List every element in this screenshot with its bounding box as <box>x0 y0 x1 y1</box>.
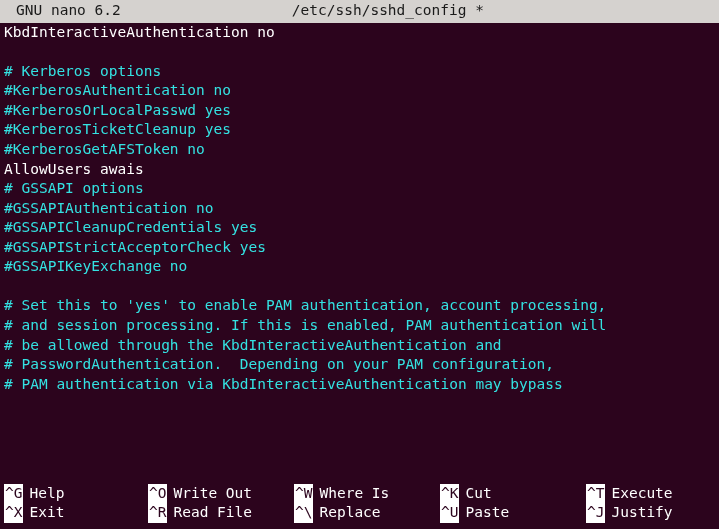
title-bar: GNU nano 6.2 /etc/ssh/sshd_config * <box>0 0 719 23</box>
shortcut-label: Write Out <box>167 484 252 504</box>
editor-line[interactable]: #GSSAPIKeyExchange no <box>4 257 715 277</box>
editor-line[interactable]: #KerberosOrLocalPasswd yes <box>4 101 715 121</box>
shortcut-label: Paste <box>459 503 509 523</box>
editor-line[interactable]: KbdInteractiveAuthentication no <box>4 23 715 43</box>
shortcut-read-file[interactable]: ^RRead File <box>148 503 294 523</box>
shortcut-key: ^W <box>294 484 313 504</box>
shortcut-label: Where Is <box>313 484 389 504</box>
editor-line[interactable]: # PasswordAuthentication. Depending on y… <box>4 355 715 375</box>
editor-area[interactable]: KbdInteractiveAuthentication no # Kerber… <box>0 23 719 395</box>
shortcut-label: Read File <box>167 503 252 523</box>
editor-line[interactable]: # Set this to 'yes' to enable PAM authen… <box>4 296 715 316</box>
shortcut-execute[interactable]: ^TExecute <box>586 484 716 504</box>
shortcut-key: ^U <box>440 503 459 523</box>
shortcut-key: ^\ <box>294 503 313 523</box>
editor-line[interactable]: #GSSAPIAuthentication no <box>4 199 715 219</box>
shortcut-key: ^X <box>4 503 23 523</box>
file-path: /etc/ssh/sshd_config * <box>61 1 715 21</box>
shortcut-justify[interactable]: ^JJustify <box>586 503 716 523</box>
shortcut-write-out[interactable]: ^OWrite Out <box>148 484 294 504</box>
shortcut-key: ^J <box>586 503 605 523</box>
editor-line[interactable]: # Kerberos options <box>4 62 715 82</box>
shortcut-label: Replace <box>313 503 380 523</box>
shortcut-key: ^T <box>586 484 605 504</box>
editor-line[interactable]: #GSSAPIStrictAcceptorCheck yes <box>4 238 715 258</box>
shortcut-where-is[interactable]: ^WWhere Is <box>294 484 440 504</box>
shortcut-row-2: ^XExit^RRead File^\Replace^UPaste^JJusti… <box>4 503 715 523</box>
shortcut-label: Exit <box>23 503 64 523</box>
editor-line[interactable] <box>4 277 715 297</box>
editor-line[interactable]: # be allowed through the KbdInteractiveA… <box>4 336 715 356</box>
editor-line[interactable]: #KerberosGetAFSToken no <box>4 140 715 160</box>
shortcut-label: Execute <box>605 484 672 504</box>
editor-line[interactable]: # PAM authentication via KbdInteractiveA… <box>4 375 715 395</box>
editor-line[interactable]: #GSSAPICleanupCredentials yes <box>4 218 715 238</box>
shortcut-replace[interactable]: ^\Replace <box>294 503 440 523</box>
editor-line[interactable]: AllowUsers awais <box>4 160 715 180</box>
shortcut-bar: ^GHelp^OWrite Out^WWhere Is^KCut^TExecut… <box>4 484 715 523</box>
editor-line[interactable] <box>4 42 715 62</box>
shortcut-key: ^K <box>440 484 459 504</box>
editor-line[interactable]: #KerberosTicketCleanup yes <box>4 120 715 140</box>
shortcut-cut[interactable]: ^KCut <box>440 484 586 504</box>
shortcut-label: Cut <box>459 484 491 504</box>
editor-line[interactable]: # and session processing. If this is ena… <box>4 316 715 336</box>
shortcut-key: ^O <box>148 484 167 504</box>
editor-line[interactable]: # GSSAPI options <box>4 179 715 199</box>
shortcut-row-1: ^GHelp^OWrite Out^WWhere Is^KCut^TExecut… <box>4 484 715 504</box>
shortcut-paste[interactable]: ^UPaste <box>440 503 586 523</box>
shortcut-label: Justify <box>605 503 672 523</box>
shortcut-exit[interactable]: ^XExit <box>4 503 148 523</box>
editor-line[interactable]: #KerberosAuthentication no <box>4 81 715 101</box>
shortcut-key: ^R <box>148 503 167 523</box>
shortcut-help[interactable]: ^GHelp <box>4 484 148 504</box>
shortcut-label: Help <box>23 484 64 504</box>
shortcut-key: ^G <box>4 484 23 504</box>
